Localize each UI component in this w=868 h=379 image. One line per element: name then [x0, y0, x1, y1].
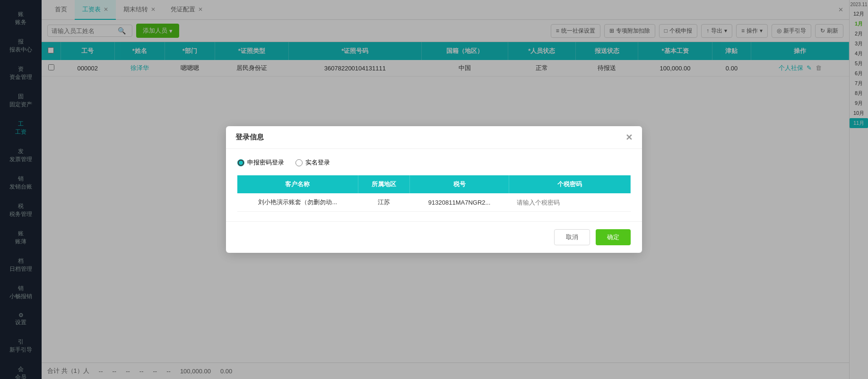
- radio-password-login[interactable]: 申报密码登录: [237, 158, 284, 167]
- col-client-name: 客户名称: [237, 175, 358, 193]
- radio-realname-input[interactable]: [295, 159, 303, 166]
- login-table: 客户名称 所属地区 税号 个税密码 刘小艳演示账套（勿删勿动... 江苏 913…: [237, 175, 631, 212]
- col-tax-password: 个税密码: [509, 175, 631, 193]
- login-dialog: 登录信息 ✕ 申报密码登录 实名登录 客户名称 所属地区: [226, 126, 642, 253]
- dialog-footer: 取消 确定: [226, 221, 642, 253]
- dialog-header: 登录信息 ✕: [226, 126, 642, 149]
- dialog-close-button[interactable]: ✕: [625, 133, 633, 142]
- cell-password-input[interactable]: [509, 193, 631, 212]
- dialog-body: 申报密码登录 实名登录 客户名称 所属地区 税号 个税密码: [226, 149, 642, 221]
- col-tax-no: 税号: [410, 175, 509, 193]
- radio-password-input[interactable]: [237, 159, 244, 166]
- password-field[interactable]: [517, 199, 623, 206]
- radio-group: 申报密码登录 实名登录: [237, 158, 631, 167]
- cell-tax-no: 91320811MA7NGR2...: [410, 193, 509, 212]
- dialog-title: 登录信息: [235, 133, 264, 142]
- confirm-button[interactable]: 确定: [596, 229, 631, 245]
- cell-region: 江苏: [358, 193, 409, 212]
- cancel-button[interactable]: 取消: [554, 229, 590, 245]
- cell-client-name: 刘小艳演示账套（勿删勿动...: [237, 193, 358, 212]
- radio-realname-login[interactable]: 实名登录: [295, 158, 330, 167]
- dialog-backdrop: 登录信息 ✕ 申报密码登录 实名登录 客户名称 所属地区: [0, 0, 868, 379]
- col-region: 所属地区: [358, 175, 409, 193]
- login-table-row: 刘小艳演示账套（勿删勿动... 江苏 91320811MA7NGR2...: [237, 193, 631, 212]
